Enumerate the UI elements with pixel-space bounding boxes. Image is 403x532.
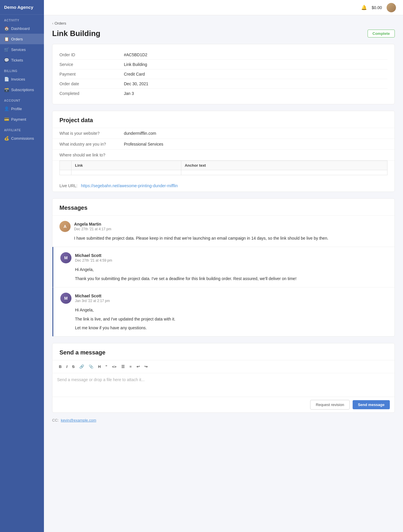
sidebar-item-tickets[interactable]: 💬Tickets (0, 55, 44, 65)
message-date: Jan 3rd '22 at 2:17 pm (75, 299, 387, 303)
sidebar-item-dashboard[interactable]: 🏠Dashboard (0, 23, 44, 34)
sidebar-item-profile[interactable]: 👤Profile (0, 103, 44, 114)
services-icon: 🛒 (4, 47, 9, 52)
message-paragraph: I have submitted the project data. Pleas… (74, 235, 387, 241)
message-header: MMichael ScottJan 3rd '22 at 2:17 pm (60, 293, 387, 304)
order-details-body: Order ID#AC5BD1D2ServiceLink BuildingPay… (52, 44, 395, 104)
project-label-website: What is your website? (59, 131, 124, 136)
link-table-col-link: Link (71, 161, 181, 170)
editor-heading-button[interactable]: H (96, 363, 103, 370)
cc-label: CC: (52, 418, 59, 422)
send-message-title: Send a message (52, 343, 395, 360)
editor-ul-button[interactable]: ☰ (119, 363, 127, 370)
editor-actions: Request revision Send message (52, 397, 395, 412)
live-url-row: Live URL: https://segebahn.net/awesome-p… (52, 180, 395, 192)
message-header: AAngela MartinDec 27th '21 at 4:17 pm (59, 221, 387, 232)
editor-undo-button[interactable]: ↩ (135, 363, 141, 370)
sidebar-item-services[interactable]: 🛒Services (0, 44, 44, 55)
message-item: AAngela MartinDec 27th '21 at 4:17 pmI h… (52, 216, 395, 247)
sidebar: Demo Agency ACTIVITY🏠Dashboard📋Orders🛒Se… (0, 0, 44, 532)
message-date: Dec 27th '21 at 4:59 pm (75, 258, 387, 262)
project-value-website: dundermifflin.com (124, 131, 156, 136)
page-content: ‹ Orders Link Building Complete Order ID… (44, 15, 403, 532)
order-detail-row: ServiceLink Building (59, 60, 387, 69)
link-table-wrapper: Link Anchor text (52, 161, 395, 180)
editor-code-button[interactable]: <> (110, 363, 118, 370)
orders-icon: 📋 (4, 37, 9, 41)
sidebar-label-invoices: Invoices (11, 77, 25, 81)
editor-attach-button[interactable]: 📎 (87, 363, 95, 370)
message-avatar: M (60, 252, 71, 263)
message-item: MMichael ScottDec 27th '21 at 4:59 pmHi … (52, 247, 395, 287)
sidebar-label-payment: Payment (11, 117, 26, 122)
breadcrumb[interactable]: ‹ Orders (52, 21, 395, 25)
sidebar-label-subscriptions: Subscriptions (11, 88, 34, 92)
link-table-col-anchor: Anchor text (181, 161, 387, 170)
live-url-link[interactable]: https://segebahn.net/awesome-printing-du… (81, 183, 177, 188)
sidebar-label-dashboard: Dashboard (11, 26, 30, 31)
message-avatar: A (59, 221, 71, 232)
sidebar-item-commissions[interactable]: 💰Commissions (0, 133, 44, 144)
live-url-label: Live URL: (59, 183, 77, 188)
send-message-button[interactable]: Send message (353, 400, 390, 409)
message-paragraph: Thank you for submitting the project dat… (75, 275, 387, 282)
editor-strikethrough-button[interactable]: S (70, 363, 76, 370)
sidebar-item-payment[interactable]: 💳Payment (0, 114, 44, 125)
link-table-row (60, 170, 387, 175)
balance-display: $0.00 (372, 5, 382, 10)
sidebar-item-orders[interactable]: 📋Orders (0, 34, 44, 44)
brand-name: Demo Agency (0, 0, 44, 15)
project-data-title: Project data (52, 111, 395, 128)
dashboard-icon: 🏠 (4, 26, 9, 31)
page-title: Link Building (52, 29, 100, 38)
avatar[interactable] (387, 3, 396, 12)
project-row-website: What is your website? dundermifflin.com (52, 128, 395, 139)
link-table-cell-num (60, 170, 71, 175)
subscriptions-icon: 🗃️ (4, 87, 9, 92)
editor-bold-button[interactable]: B (57, 363, 63, 370)
project-row-link-to: Where should we link to? (52, 150, 395, 161)
editor-area[interactable]: Send a message or drop a file here to at… (52, 373, 395, 397)
order-detail-label: Completed (59, 91, 124, 96)
order-detail-value: Link Building (124, 62, 147, 67)
order-details-card: Order ID#AC5BD1D2ServiceLink BuildingPay… (52, 44, 395, 104)
editor-toolbar: B I S 🔗 📎 H " <> ☰ ≡ ↩ ↪ (52, 360, 395, 373)
message-paragraph: Let me know if you have any questions. (75, 325, 387, 331)
page-header: Link Building Complete (52, 29, 395, 38)
sidebar-label-services: Services (11, 47, 26, 52)
editor-redo-button[interactable]: ↪ (143, 363, 149, 370)
editor-link-button[interactable]: 🔗 (78, 363, 86, 370)
sidebar-section-label: ACCOUNT (0, 95, 44, 103)
sidebar-label-orders: Orders (11, 37, 23, 41)
sidebar-label-profile: Profile (11, 107, 22, 111)
request-revision-button[interactable]: Request revision (310, 400, 350, 410)
commissions-icon: 💰 (4, 136, 9, 141)
project-value-industry: Professional Services (124, 142, 163, 146)
message-header: MMichael ScottDec 27th '21 at 4:59 pm (60, 252, 387, 263)
sidebar-section-label: BILLING (0, 65, 44, 74)
order-detail-value: Credit Card (124, 72, 145, 76)
message-avatar: M (60, 293, 71, 304)
invoices-icon: 📄 (4, 77, 9, 81)
message-meta: Angela MartinDec 27th '21 at 4:17 pm (74, 222, 387, 231)
cc-email-link[interactable]: kevin@example.com (61, 418, 96, 422)
order-detail-label: Order ID (59, 52, 124, 57)
messages-section: Messages AAngela MartinDec 27th '21 at 4… (52, 198, 395, 337)
topbar: 🔔 $0.00 (44, 0, 403, 15)
editor-blockquote-button[interactable]: " (104, 363, 109, 370)
payment-icon: 💳 (4, 117, 9, 122)
notification-bell-icon[interactable]: 🔔 (361, 5, 367, 10)
sidebar-section-label: AFFILIATE (0, 125, 44, 133)
order-detail-label: Payment (59, 72, 124, 76)
sidebar-item-invoices[interactable]: 📄Invoices (0, 74, 44, 84)
editor-ol-button[interactable]: ≡ (128, 363, 134, 370)
sidebar-item-subscriptions[interactable]: 🗃️Subscriptions (0, 84, 44, 95)
editor-italic-button[interactable]: I (64, 363, 69, 370)
editor-placeholder: Send a message or drop a file here to at… (57, 377, 145, 382)
avatar-letter: A (64, 224, 66, 229)
message-item: MMichael ScottJan 3rd '22 at 2:17 pmHi A… (52, 287, 395, 336)
message-paragraph: The link is live, and I've updated the p… (75, 316, 387, 322)
message-body: Hi Angela,Thank you for submitting the p… (60, 266, 387, 282)
cc-row: CC: kevin@example.com (52, 416, 395, 424)
main-content: 🔔 $0.00 ‹ Orders Link Building Complete … (44, 0, 403, 532)
